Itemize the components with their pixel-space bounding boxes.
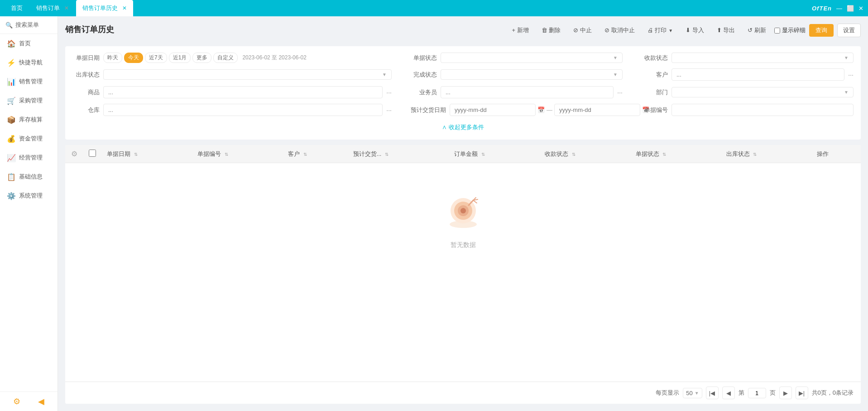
- th-operation-label: 操作: [817, 150, 829, 157]
- maximize-btn[interactable]: ⬜: [847, 5, 854, 12]
- export-btn[interactable]: ⬆ 导出: [712, 24, 740, 37]
- page-next-btn[interactable]: ▶: [779, 387, 792, 399]
- filter-goods-item: 商品 ···: [72, 86, 392, 98]
- delete-btn[interactable]: 🗑 删除: [537, 24, 566, 37]
- warehouse-dots-btn[interactable]: ···: [386, 106, 392, 114]
- date-7days-btn[interactable]: 近7天: [145, 53, 167, 63]
- sort-out-status-icon: ⇅: [753, 152, 757, 157]
- page-content: 销售订单历史 + 新增 🗑 删除 ⊘ 中止 ⊘ 取消中止 🖨: [58, 16, 868, 411]
- filter-row-1: 单据日期 昨天 今天 近7天 近1月 更多 自定义 2023-06-02 至 2…: [72, 53, 854, 63]
- sidebar-item-home[interactable]: 🏠 首页: [0, 34, 58, 53]
- th-doc-status[interactable]: 单据状态 ⇅: [630, 145, 721, 163]
- page-last-btn[interactable]: ▶|: [796, 387, 808, 399]
- filter-out-status-label: 出库状态: [72, 71, 100, 79]
- filter-expected-date-from[interactable]: [450, 104, 536, 116]
- filter-complete-status-select[interactable]: ▼: [441, 69, 623, 80]
- page-size-select[interactable]: 50 ▼: [683, 388, 702, 398]
- minimize-btn[interactable]: —: [836, 5, 842, 12]
- filter-salesperson-label: 业务员: [410, 88, 437, 97]
- sidebar-item-quick-nav[interactable]: ⚡ 快捷导航: [0, 53, 58, 72]
- filter-goods-input[interactable]: [103, 86, 383, 98]
- page-number-input[interactable]: [748, 388, 766, 398]
- customer-dots-btn[interactable]: ···: [848, 71, 854, 78]
- filter-salesperson-input[interactable]: [441, 86, 614, 98]
- date-today-btn[interactable]: 今天: [124, 53, 143, 63]
- th-out-status[interactable]: 出库状态 ⇅: [721, 145, 811, 163]
- th-out-status-label: 出库状态: [726, 150, 750, 157]
- tab-home[interactable]: 首页: [5, 0, 29, 16]
- th-amount[interactable]: 订单金额 ⇅: [449, 145, 539, 163]
- page-prev-btn[interactable]: ◀: [722, 387, 735, 399]
- th-date[interactable]: 单据日期 ⇅: [101, 145, 192, 163]
- filter-expected-date-to[interactable]: [554, 104, 640, 116]
- filter-out-status-select[interactable]: ▼: [103, 69, 392, 80]
- sidebar-item-purchase-label: 采购管理: [19, 97, 43, 105]
- goods-dots-btn[interactable]: ···: [386, 89, 392, 96]
- calendar-from-icon[interactable]: 📅: [537, 106, 545, 113]
- sidebar-item-system[interactable]: ⚙️ 系统管理: [0, 186, 58, 205]
- page-first-btn[interactable]: |◀: [706, 387, 719, 399]
- page-size-label: 每页显示: [656, 389, 679, 397]
- tab-sales-history[interactable]: 销售订单历史 ✕: [76, 0, 133, 16]
- sidebar-item-quick-nav-label: 快捷导航: [19, 58, 43, 67]
- collapse-btn[interactable]: ∧ 收起更多条件: [442, 121, 484, 133]
- th-expected-date-label: 预计交货...: [353, 150, 382, 157]
- filter-receipt-status-item: 收款状态 ▼: [641, 53, 854, 63]
- filter-customer-input[interactable]: [671, 68, 844, 81]
- sidebar-settings-icon[interactable]: ⚙: [13, 396, 20, 406]
- filter-doc-number-input[interactable]: [671, 104, 854, 116]
- table-card: ⚙ 单据日期 ⇅ 单据编号: [65, 145, 861, 404]
- print-btn-label: 🖨 打印: [647, 26, 667, 34]
- display-cols-toggle[interactable]: 显示碎细: [774, 26, 806, 34]
- sidebar-search[interactable]: 🔍 搜索菜单: [0, 16, 58, 34]
- print-btn[interactable]: 🖨 打印 ▼: [643, 24, 678, 37]
- import-btn[interactable]: ⬇ 导入: [681, 24, 709, 37]
- tab-sales-order[interactable]: 销售订单 ✕: [30, 0, 75, 16]
- th-settings[interactable]: ⚙: [65, 145, 83, 163]
- th-number[interactable]: 单据编号 ⇅: [192, 145, 283, 163]
- display-cols-checkbox[interactable]: [774, 28, 780, 34]
- sort-amount-icon: ⇅: [481, 152, 485, 157]
- sidebar-item-basic-info[interactable]: 📋 基础信息: [0, 167, 58, 186]
- th-customer[interactable]: 客户 ⇅: [283, 145, 347, 163]
- tab-sales-order-close[interactable]: ✕: [64, 5, 69, 11]
- new-btn[interactable]: + 新增: [508, 24, 533, 37]
- date-yesterday-btn[interactable]: 昨天: [103, 53, 122, 63]
- department-dropdown-icon: ▼: [844, 90, 849, 95]
- date-more-btn[interactable]: 更多: [192, 53, 211, 63]
- filter-receipt-status-select[interactable]: ▼: [671, 53, 854, 63]
- filter-warehouse-input[interactable]: [103, 104, 383, 116]
- filter-doc-status-select[interactable]: ▼: [441, 53, 623, 63]
- cancel-stop-btn[interactable]: ⊘ 取消中止: [600, 24, 639, 37]
- sidebar-item-finance[interactable]: 💰 资金管理: [0, 129, 58, 148]
- stop-btn[interactable]: ⊘ 中止: [569, 24, 596, 37]
- collapse-icon: ∧: [442, 124, 447, 131]
- sidebar-collapse-icon[interactable]: ◀: [38, 396, 44, 406]
- sidebar-item-inventory[interactable]: 📦 库存核算: [0, 110, 58, 129]
- salesperson-dots-btn[interactable]: ···: [617, 89, 623, 96]
- settings-btn[interactable]: 设置: [837, 24, 861, 37]
- sidebar-item-purchase[interactable]: 🛒 采购管理: [0, 91, 58, 110]
- th-receipt-status-label: 收款状态: [545, 150, 568, 157]
- sidebar-item-operations[interactable]: 📈 经营管理: [0, 148, 58, 167]
- delete-btn-label: 🗑 删除: [542, 26, 561, 34]
- tab-sales-history-close[interactable]: ✕: [122, 5, 127, 11]
- toolbar: + 新增 🗑 删除 ⊘ 中止 ⊘ 取消中止 🖨 打印 ▼: [508, 24, 861, 37]
- refresh-btn[interactable]: ↺ 刷新: [743, 24, 771, 37]
- filter-department-select[interactable]: ▼: [671, 87, 854, 97]
- tab-list: 首页 销售订单 ✕ 销售订单历史 ✕: [5, 0, 133, 16]
- sidebar-item-sales[interactable]: 📊 销售管理: [0, 72, 58, 91]
- date-1month-btn[interactable]: 近1月: [169, 53, 191, 63]
- header-toolbar-row: 销售订单历史 + 新增 🗑 删除 ⊘ 中止 ⊘ 取消中止 🖨: [65, 24, 861, 37]
- filter-doc-status-item: 单据状态 ▼: [410, 53, 623, 63]
- filter-salesperson-item: 业务员 ···: [410, 86, 623, 98]
- main-layout: 🔍 搜索菜单 🏠 首页 ⚡ 快捷导航 📊 销售管理 🛒 采购管理 📦 库存核算 …: [0, 16, 868, 411]
- query-btn[interactable]: 查询: [809, 24, 834, 37]
- pagination: 每页显示 50 ▼ |◀ ◀ 第 页 ▶ ▶| 共0页，0条记录: [65, 382, 861, 404]
- select-all-checkbox[interactable]: [89, 150, 96, 157]
- th-receipt-status[interactable]: 收款状态 ⇅: [539, 145, 630, 163]
- settings-gear-icon[interactable]: ⚙: [71, 150, 77, 158]
- close-btn[interactable]: ✕: [858, 5, 863, 12]
- th-expected-date[interactable]: 预计交货... ⇅: [348, 145, 449, 163]
- date-custom-btn[interactable]: 自定义: [213, 53, 238, 63]
